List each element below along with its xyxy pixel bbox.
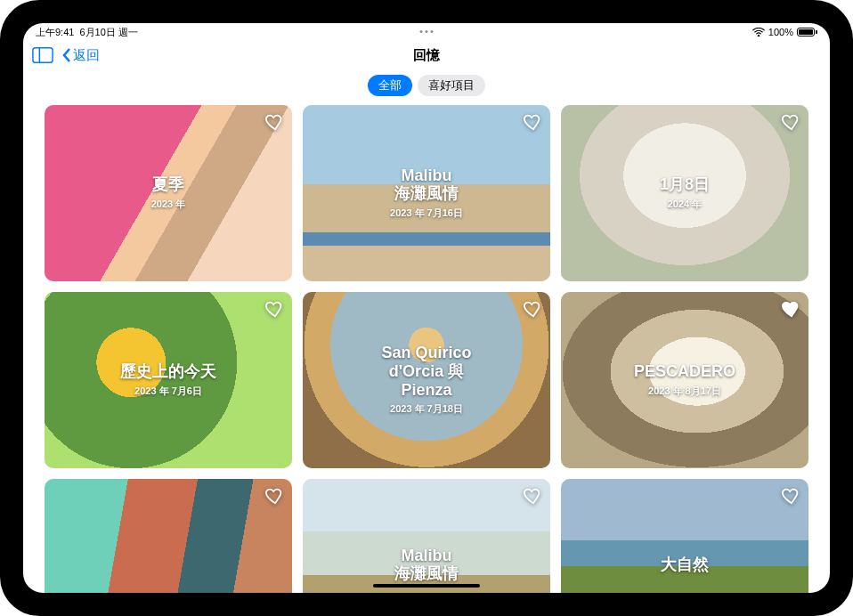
page-title: 回憶	[23, 47, 830, 64]
favorite-heart-icon[interactable]	[265, 299, 285, 319]
status-time: 上午9:41	[36, 26, 74, 39]
memory-title: 夏季	[152, 175, 184, 194]
memory-card[interactable]: Malibu 海灘風情	[303, 479, 550, 593]
memory-title: Malibu 海灘風情	[394, 547, 459, 583]
memory-card[interactable]: 大自然	[561, 479, 808, 593]
favorite-heart-icon[interactable]	[524, 299, 543, 319]
memory-overlay: 歷史上的今天2023 年 7月6日	[45, 292, 292, 468]
segment-all[interactable]: 全部	[368, 75, 412, 96]
nav-bar: 返回 回憶	[23, 41, 830, 69]
memory-overlay: 1月8日2024 年	[561, 105, 808, 281]
memory-title: 1月8日	[660, 175, 710, 194]
favorite-heart-icon[interactable]	[265, 112, 285, 132]
multitask-dots-icon[interactable]	[420, 30, 434, 33]
memory-date: 2023 年 7月16日	[390, 207, 463, 220]
memory-card[interactable]: PESCADERO2023 年 8月17日	[561, 292, 808, 468]
memory-card[interactable]: 夏季2023 年	[45, 105, 292, 281]
memory-overlay: 大自然	[561, 479, 808, 593]
status-date: 6月10日 週一	[79, 26, 137, 39]
memory-title: PESCADERO	[634, 362, 735, 381]
memory-overlay	[45, 479, 292, 593]
sidebar-toggle-button[interactable]	[32, 46, 53, 64]
favorite-heart-icon[interactable]	[782, 299, 801, 319]
memory-card[interactable]: 歷史上的今天2023 年 7月6日	[45, 292, 292, 468]
memory-overlay: San Quirico d'Orcia 與 Pienza2023 年 7月18日	[303, 292, 550, 468]
wifi-icon	[752, 28, 765, 36]
svg-point-0	[758, 35, 760, 36]
favorite-heart-icon[interactable]	[782, 112, 801, 132]
memory-title: San Quirico d'Orcia 與 Pienza	[381, 344, 471, 399]
memory-title: Malibu 海灘風情	[394, 166, 459, 203]
favorite-heart-icon[interactable]	[524, 486, 543, 506]
memory-date: 2023 年 7月18日	[390, 402, 463, 416]
memory-overlay: 夏季2023 年	[45, 105, 292, 281]
home-indicator[interactable]	[373, 584, 480, 588]
segmented-control: 全部 喜好項目	[23, 69, 830, 105]
chevron-left-icon	[62, 48, 71, 62]
svg-rect-1	[33, 48, 53, 63]
screen: 上午9:41 6月10日 週一 100%	[23, 23, 830, 593]
favorite-heart-icon[interactable]	[265, 486, 285, 506]
favorite-heart-icon[interactable]	[524, 112, 543, 132]
memories-grid: 夏季2023 年Malibu 海灘風情2023 年 7月16日1月8日2024 …	[45, 105, 808, 593]
back-button[interactable]: 返回	[62, 47, 100, 64]
status-bar: 上午9:41 6月10日 週一 100%	[23, 23, 830, 41]
device-frame: 上午9:41 6月10日 週一 100%	[0, 0, 853, 616]
memory-card[interactable]	[45, 479, 292, 593]
memory-card[interactable]: Malibu 海灘風情2023 年 7月16日	[303, 105, 550, 281]
favorite-heart-icon[interactable]	[782, 486, 801, 506]
memory-card[interactable]: San Quirico d'Orcia 與 Pienza2023 年 7月18日	[303, 292, 550, 468]
battery-percent: 100%	[768, 27, 793, 37]
battery-icon	[797, 28, 817, 36]
memory-overlay: PESCADERO2023 年 8月17日	[561, 292, 808, 468]
memory-title: 大自然	[661, 555, 709, 574]
memory-title: 歷史上的今天	[120, 362, 216, 381]
memory-card[interactable]: 1月8日2024 年	[561, 105, 808, 281]
memory-date: 2023 年	[151, 198, 186, 211]
segment-favorites[interactable]: 喜好項目	[418, 75, 485, 96]
memory-overlay: Malibu 海灘風情	[303, 479, 550, 593]
memories-scroll[interactable]: 夏季2023 年Malibu 海灘風情2023 年 7月16日1月8日2024 …	[23, 105, 830, 593]
back-label: 返回	[73, 47, 100, 64]
memory-date: 2023 年 7月6日	[134, 385, 202, 398]
memory-date: 2023 年 8月17日	[648, 385, 721, 398]
memory-date: 2024 年	[668, 198, 703, 211]
memory-overlay: Malibu 海灘風情2023 年 7月16日	[303, 105, 550, 281]
